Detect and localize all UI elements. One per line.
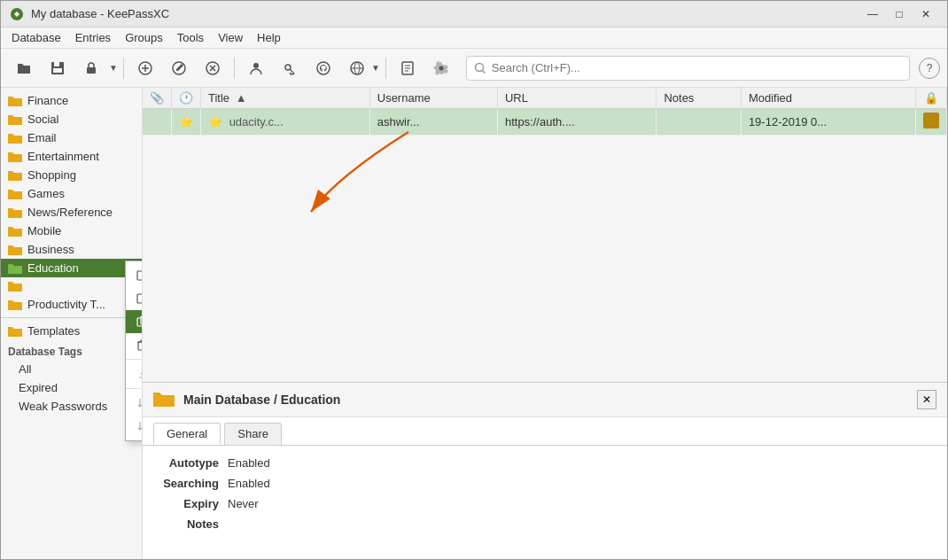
group-detail-header: Main Database / Education ✕ — [143, 383, 947, 417]
sidebar-item-finance[interactable]: Finance — [1, 91, 142, 110]
field-expiry: Expiry Never — [157, 497, 933, 510]
lock-db-button[interactable] — [75, 52, 107, 84]
context-menu-download-favicons[interactable]: Download All Favicons... — [126, 362, 143, 385]
context-menu-sep-2 — [126, 388, 143, 389]
col-title[interactable]: Title ▲ — [201, 88, 370, 109]
folder-icon — [8, 151, 22, 163]
save-db-button[interactable] — [42, 52, 74, 84]
notes-label: Notes — [157, 517, 228, 531]
sidebar-item-productivity[interactable]: Productivity T... — [1, 295, 142, 314]
svg-rect-4 — [87, 67, 96, 74]
group-folder-icon — [153, 391, 175, 408]
key-button[interactable] — [274, 52, 306, 84]
sidebar-item-email[interactable]: Email — [1, 128, 142, 147]
menu-help[interactable]: Help — [250, 29, 288, 46]
context-menu-clone-group[interactable]: Clone Group... — [126, 310, 143, 333]
context-menu: New Group... Edit Group... Clone Group..… — [125, 261, 143, 441]
app-window: My database - KeePassXC — □ ✕ Database E… — [0, 0, 948, 560]
sidebar-tag-expired[interactable]: Expired — [1, 378, 142, 397]
user-button[interactable] — [240, 52, 272, 84]
folder-icon — [8, 299, 22, 311]
delete-entry-button[interactable] — [197, 52, 229, 84]
toolbar-sep-1 — [123, 58, 124, 79]
col-username[interactable]: Username — [369, 88, 497, 109]
field-searching: Searching Enabled — [157, 477, 933, 490]
col-lock[interactable]: 🔒 — [916, 88, 947, 109]
window-title: My database - KeePassXC — [31, 7, 169, 20]
lock-icon — [923, 113, 939, 128]
github-button[interactable] — [307, 52, 339, 84]
settings-button[interactable] — [425, 52, 457, 84]
menu-view[interactable]: View — [211, 29, 250, 46]
menu-groups[interactable]: Groups — [118, 29, 170, 46]
titlebar: My database - KeePassXC — □ ✕ — [1, 1, 947, 27]
svg-point-8 — [253, 63, 259, 68]
folder-icon — [8, 244, 22, 256]
cell-notes — [657, 109, 741, 136]
group-detail-title: Main Database / Education — [183, 393, 908, 407]
context-menu-sort-az[interactable]: A-Z Sort A-Z — [126, 392, 143, 415]
menu-entries[interactable]: Entries — [68, 29, 118, 46]
col-attachment[interactable]: 📎 — [143, 88, 172, 109]
edit-entry-button[interactable] — [163, 52, 195, 84]
help-button[interactable]: ? — [919, 58, 940, 79]
tab-share[interactable]: Share — [224, 423, 282, 445]
sidebar-item-templates[interactable]: Templates — [1, 322, 142, 340]
sidebar-item-entertainment[interactable]: Entertainment — [1, 147, 142, 166]
group-detail-close-button[interactable]: ✕ — [917, 390, 936, 409]
add-entry-button[interactable] — [129, 52, 161, 84]
search-icon — [474, 62, 486, 74]
tab-general[interactable]: General — [153, 423, 221, 445]
search-bar — [466, 56, 910, 81]
svg-point-10 — [317, 62, 330, 74]
svg-rect-2 — [54, 62, 59, 66]
context-menu-sort-za[interactable]: Z-A Sort Z-A — [126, 415, 143, 438]
svg-rect-3 — [53, 68, 62, 73]
context-menu-sep-1 — [126, 359, 143, 360]
context-menu-edit-group[interactable]: Edit Group... — [126, 287, 143, 310]
sidebar-item-shopping[interactable]: Shopping — [1, 166, 142, 184]
titlebar-left: My database - KeePassXC — [10, 7, 169, 21]
reports-button[interactable] — [392, 52, 423, 84]
minimize-button[interactable]: — — [860, 4, 885, 24]
sidebar: Finance Social Email Entertainment Shopp… — [1, 88, 143, 559]
autotype-value: Enabled — [228, 456, 270, 470]
close-button[interactable]: ✕ — [913, 4, 938, 24]
toolbar-sep-2 — [234, 58, 235, 79]
menu-tools[interactable]: Tools — [170, 29, 211, 46]
context-menu-delete-group[interactable]: Delete Group... — [126, 333, 143, 356]
toolbar: ▼ ▼ — [1, 49, 947, 88]
col-url[interactable]: URL — [497, 88, 656, 109]
sidebar-item-news-reference[interactable]: News/Reference — [1, 203, 142, 222]
table-row[interactable]: ⭐ ⭐ udacity.c... ashwir... https://auth.… — [143, 109, 947, 136]
folder-icon — [8, 188, 22, 200]
open-db-button[interactable] — [8, 52, 40, 84]
folder-icon — [8, 325, 22, 338]
sidebar-item-empty[interactable] — [1, 277, 142, 295]
browser-button[interactable] — [341, 52, 373, 84]
sidebar-tag-all[interactable]: All — [1, 360, 142, 378]
context-menu-new-group[interactable]: New Group... — [126, 264, 143, 287]
search-input[interactable] — [492, 61, 902, 74]
sidebar-item-education[interactable]: Education — [1, 259, 142, 277]
app-icon — [10, 7, 24, 21]
menu-database[interactable]: Database — [4, 29, 68, 46]
sidebar-tag-weak-passwords[interactable]: Weak Passwords — [1, 397, 142, 416]
autotype-label: Autotype — [157, 456, 228, 470]
col-modified[interactable]: Modified — [741, 88, 915, 109]
col-notes[interactable]: Notes — [657, 88, 741, 109]
cell-lock — [916, 109, 947, 136]
svg-point-14 — [475, 63, 483, 71]
cell-url: https://auth.... — [497, 109, 656, 136]
sidebar-item-social[interactable]: Social — [1, 110, 142, 128]
window-controls: — □ ✕ — [860, 4, 938, 24]
menubar: Database Entries Groups Tools View Help — [1, 27, 947, 49]
maximize-button[interactable]: □ — [887, 4, 912, 24]
col-expiry[interactable]: 🕐 — [172, 88, 201, 109]
searching-value: Enabled — [228, 477, 270, 490]
sidebar-item-mobile[interactable]: Mobile — [1, 222, 142, 240]
sidebar-item-games[interactable]: Games — [1, 184, 142, 203]
cell-username: ashwir... — [369, 109, 497, 136]
sidebar-item-business[interactable]: Business — [1, 240, 142, 259]
cell-attachment — [143, 109, 172, 136]
